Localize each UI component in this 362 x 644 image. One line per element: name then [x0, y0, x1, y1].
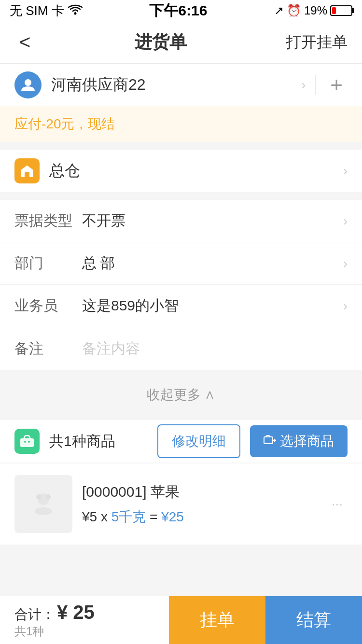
products-header: 共1种商品 修改明细 选择商品 — [0, 420, 362, 462]
multiply-sign: x — [101, 509, 111, 524]
product-price: ¥5 x 5千克 = ¥25 — [82, 508, 327, 526]
open-pending-button[interactable]: 打开挂单 — [286, 32, 348, 53]
battery-icon — [330, 5, 352, 16]
item-total: ¥25 — [161, 509, 184, 524]
total-count: 共1种 — [14, 624, 154, 639]
status-bar: 无 SIM 卡 下午6:16 ↗ ⏰ 19% — [0, 0, 362, 21]
warehouse-name: 总仓 — [49, 160, 338, 182]
remark-input[interactable]: 备注内容 — [82, 339, 348, 359]
hang-label: 挂单 — [200, 608, 235, 632]
product-name: [0000001] 苹果 — [82, 482, 327, 502]
svg-point-10 — [35, 507, 52, 515]
quantity: 5千克 — [111, 509, 146, 524]
divider — [315, 75, 316, 95]
checkout-button[interactable]: 结算 — [265, 596, 362, 644]
warehouse-icon — [14, 158, 40, 183]
svg-point-4 — [24, 441, 26, 443]
invoice-value: 不开票 — [82, 211, 338, 231]
supplier-avatar — [14, 71, 42, 98]
total-amount: ¥ 25 — [57, 602, 95, 623]
total-area: 合计： ¥ 25 共1种 — [0, 596, 169, 644]
remark-label: 备注 — [14, 339, 82, 359]
total-label: 合计： — [14, 605, 55, 624]
product-title: 苹果 — [151, 484, 180, 500]
dept-label: 部门 — [14, 253, 82, 273]
product-code: [0000001] — [82, 484, 146, 500]
dept-value: 总 部 — [82, 253, 338, 273]
select-product-label: 选择商品 — [280, 432, 334, 450]
warehouse-row[interactable]: 总仓 › — [0, 150, 362, 192]
page-title: 进货单 — [135, 30, 187, 54]
svg-point-1 — [25, 79, 31, 86]
unit-price: ¥5 — [82, 509, 97, 524]
bottom-bar: 合计： ¥ 25 共1种 挂单 结算 — [0, 596, 362, 644]
svg-rect-3 — [20, 438, 34, 447]
wifi-icon — [68, 3, 83, 18]
supplier-name: 河南供应商22 — [51, 74, 296, 96]
status-left: 无 SIM 卡 — [10, 2, 83, 19]
svg-rect-2 — [25, 172, 29, 177]
edit-detail-button[interactable]: 修改明细 — [157, 424, 240, 458]
product-count-icon — [14, 429, 40, 454]
add-supplier-button[interactable]: + — [325, 68, 348, 102]
form-section: 票据类型 不开票 › 部门 总 部 › 业务员 这是859的小智 › 备注 备注… — [0, 200, 362, 370]
back-button[interactable]: < — [14, 27, 35, 58]
collapse-label: 收起更多 ∧ — [147, 386, 216, 404]
svg-point-0 — [74, 12, 76, 14]
status-time: 下午6:16 — [149, 1, 207, 21]
invoice-row[interactable]: 票据类型 不开票 › — [0, 200, 362, 242]
status-right: ↗ ⏰ 19% — [274, 4, 352, 17]
equals-sign: = — [150, 509, 161, 524]
remark-row[interactable]: 备注 备注内容 — [0, 327, 362, 370]
battery-percent: 19% — [304, 4, 327, 17]
svg-rect-6 — [264, 437, 273, 444]
select-product-icon — [264, 434, 276, 449]
salesman-label: 业务员 — [14, 296, 82, 316]
select-product-button[interactable]: 选择商品 — [250, 425, 348, 457]
hang-button[interactable]: 挂单 — [169, 596, 265, 644]
svg-point-11 — [36, 494, 41, 499]
product-count-text: 共1种商品 — [49, 432, 148, 451]
warehouse-section: 总仓 › — [0, 150, 362, 192]
supplier-section: 河南供应商22 › + 应付-20元，现结 — [0, 64, 362, 142]
warehouse-chevron-icon: › — [343, 163, 348, 179]
dept-chevron-icon: › — [343, 256, 348, 271]
checkout-label: 结算 — [296, 608, 331, 632]
supplier-chevron-icon: › — [301, 77, 306, 93]
product-thumbnail — [14, 475, 72, 533]
nav-bar: < 进货单 打开挂单 — [0, 21, 362, 64]
product-item: [0000001] 苹果 ¥5 x 5千克 = ¥25 ··· — [0, 463, 362, 545]
invoice-label: 票据类型 — [14, 211, 82, 231]
carrier-text: 无 SIM 卡 — [10, 2, 64, 19]
salesman-row[interactable]: 业务员 这是859的小智 › — [0, 285, 362, 327]
svg-point-5 — [28, 441, 30, 443]
supplier-row[interactable]: 河南供应商22 › + — [0, 64, 362, 106]
alert-banner: 应付-20元，现结 — [0, 106, 362, 142]
total-row: 合计： ¥ 25 — [14, 602, 154, 624]
salesman-value: 这是859的小智 — [82, 296, 338, 316]
product-info: [0000001] 苹果 ¥5 x 5千克 = ¥25 — [82, 482, 327, 526]
dept-row[interactable]: 部门 总 部 › — [0, 242, 362, 285]
collapse-bar[interactable]: 收起更多 ∧ — [0, 378, 362, 412]
alarm-icon: ⏰ — [287, 4, 301, 17]
svg-point-12 — [46, 494, 51, 499]
invoice-chevron-icon: › — [343, 213, 348, 229]
product-more-button[interactable]: ··· — [327, 491, 348, 517]
location-icon: ↗ — [274, 4, 284, 17]
salesman-chevron-icon: › — [343, 298, 348, 314]
